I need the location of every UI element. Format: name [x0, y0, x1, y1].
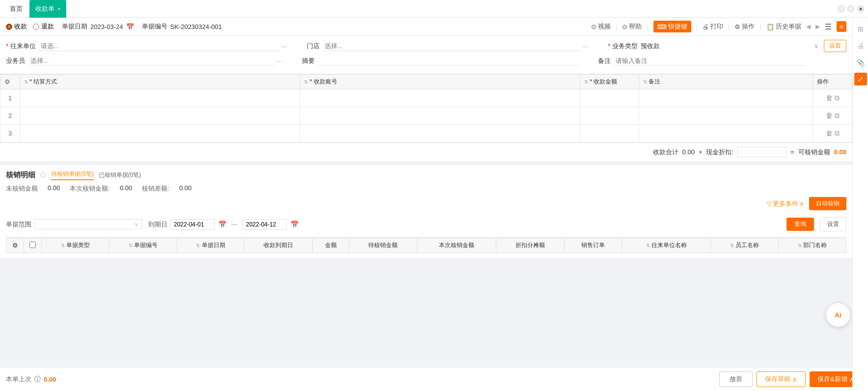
cell-settlement-1[interactable] [20, 89, 300, 107]
bth-date: ⇅ 单据日期 [177, 238, 244, 253]
bottom-gear-icon[interactable]: ⚙ [12, 242, 18, 249]
sort-date: ⇅ [196, 243, 200, 248]
summary-input[interactable] [318, 56, 578, 66]
highlight-icon-btn[interactable]: ≡ [837, 21, 846, 32]
history-icon: 📋 [766, 23, 774, 30]
filter-settings-button[interactable]: 设置 [820, 217, 846, 231]
radio-collect[interactable]: 收款 [6, 22, 27, 31]
store-dots-btn[interactable]: ··· [583, 42, 589, 50]
gear-icon[interactable]: ⚙ [4, 78, 10, 85]
verify-info-icon[interactable]: ⓘ [40, 171, 46, 179]
shortcut-link[interactable]: ⌨ 快捷键 [653, 21, 691, 32]
sort-dept: ⇅ [798, 243, 802, 248]
salesperson-dots-btn[interactable]: ··· [276, 57, 282, 65]
cell-account-2[interactable] [300, 107, 580, 125]
print-link[interactable]: 🖨 打印 [703, 22, 723, 31]
th-remark: ⇅ 备注 [639, 75, 813, 89]
cell-amount-2[interactable] [580, 107, 639, 125]
bth-amount: 金额 [313, 238, 349, 253]
close-tab-icon[interactable]: × [57, 0, 60, 18]
equals-label: = [790, 148, 794, 156]
total-label: 收款合计 [653, 148, 678, 157]
filter-icon: ▽ [767, 200, 772, 207]
from-calendar-icon[interactable]: 📅 [218, 221, 226, 228]
filter-row: 单据范围 ∨ 到期日 📅 — 📅 查询 设置 [6, 214, 846, 234]
cell-account-1[interactable] [300, 89, 580, 107]
minimize-button[interactable] [838, 5, 844, 12]
bth-current: 本次核销金额 [417, 238, 496, 253]
sidebar-print-icon[interactable]: 🖨 [854, 39, 867, 52]
settings-button[interactable]: 设置 [824, 40, 846, 52]
counterparty-dots-btn[interactable]: ··· [281, 42, 287, 50]
maximize-button[interactable] [847, 5, 854, 12]
next-icon[interactable]: ▶ [815, 23, 820, 30]
to-calendar-icon[interactable]: 📅 [291, 221, 298, 228]
remark-input[interactable] [614, 56, 805, 66]
pending-tab[interactable]: 待核销单据(0笔) [51, 170, 94, 180]
select-all-checkbox[interactable] [29, 242, 36, 248]
prev-icon[interactable]: ◀ [806, 23, 811, 30]
cell-amount-1[interactable] [580, 89, 639, 107]
cell-remark-2[interactable] [639, 107, 813, 125]
last-order-icon[interactable]: ⓘ [34, 375, 41, 384]
counterparty-label: 往来单位 [6, 42, 36, 51]
abandon-button[interactable]: 放弃 [719, 371, 753, 387]
unverified-label: 未核销金额 [6, 184, 38, 193]
form-section: 往来单位 ··· 门店 ··· 业务类型 预收款 ∨ 设置 业务员 ··· [0, 36, 852, 74]
history-link[interactable]: 📋 历史单据 [766, 22, 801, 31]
cell-amount-3[interactable] [580, 125, 639, 142]
list-icon[interactable]: ☰ [825, 22, 832, 31]
radio-refund[interactable]: 退款 [33, 22, 54, 31]
save-draft-button[interactable]: 保存草稿 ∧ [757, 371, 806, 387]
query-button[interactable]: 查询 [787, 218, 814, 231]
store-input[interactable] [323, 41, 580, 51]
copy-row-2-btn[interactable]: ⧉ [835, 112, 840, 120]
verify-header: 核销明细 ⓘ 待核销单据(0笔) 已核销单据(0笔) [6, 170, 846, 180]
shortcut-icon: ⌨ [657, 23, 667, 30]
sidebar-clip-icon[interactable]: 📎 [854, 56, 867, 69]
current-label: 本次核销金额: [70, 184, 110, 193]
cell-settlement-3[interactable] [20, 125, 300, 142]
delete-row-3-btn[interactable]: 🗑 [826, 129, 833, 138]
th-amount: ⇅ * 收款金额 [580, 75, 639, 89]
due-date-to-input[interactable] [243, 219, 287, 230]
can-verify-value: 0.00 [834, 148, 846, 156]
nav-tab-home[interactable]: 首页 [4, 0, 28, 18]
toolbar-actions: ⊙ 视频 | ⊙ 帮助 | ⌨ 快捷键 | 🖨 打印 | ⚙ 操作 | 📋 历史… [591, 21, 846, 32]
th-operate: 操作 [813, 75, 852, 89]
cell-settlement-2[interactable] [20, 107, 300, 125]
close-window-button[interactable]: ✕ [857, 5, 864, 12]
more-conditions-link[interactable]: ▽ 更多条件 ∧ [767, 199, 804, 208]
cell-remark-1[interactable] [639, 89, 813, 107]
calendar-icon[interactable]: 📅 [126, 23, 134, 30]
counterparty-field: 往来单位 ··· [6, 41, 287, 51]
video-link[interactable]: ⊙ 视频 [591, 22, 611, 31]
cell-remark-3[interactable] [639, 125, 813, 142]
copy-row-1-btn[interactable]: ⧉ [835, 94, 840, 102]
sidebar-table-icon[interactable]: ⊞ [854, 23, 867, 35]
sidebar-expand-icon[interactable]: ⤢ [854, 73, 867, 85]
delete-row-1-btn[interactable]: 🗑 [826, 94, 833, 102]
copy-row-3-btn[interactable]: ⧉ [835, 129, 840, 138]
nav-tab-receipt[interactable]: 收款单 × [29, 0, 66, 18]
footer-buttons: 放弃 保存草稿 ∧ 保存&新增 ∧ [719, 371, 862, 387]
bth-pending: 待核销金额 [349, 238, 417, 253]
discount-input[interactable] [737, 147, 787, 157]
cell-account-3[interactable] [300, 125, 580, 142]
counterparty-input[interactable] [39, 41, 280, 51]
th-settlement: ⇅ * 结算方式 [20, 75, 300, 89]
auto-verify-button[interactable]: 自动核销 [809, 197, 846, 210]
date-field-group: 单据日期 2023-03-24 📅 [62, 22, 134, 31]
salesperson-input[interactable] [28, 56, 274, 66]
sort-icon-account: ⇅ [304, 79, 308, 84]
range-select[interactable]: ∨ [34, 219, 142, 229]
business-type-arrow[interactable]: ∨ [814, 42, 819, 50]
verify-stats: 未核销金额 0.00 本次核销金额: 0.00 核销差额: 0.00 [6, 184, 846, 193]
operate-link[interactable]: ⚙ 操作 [734, 22, 755, 31]
delete-row-2-btn[interactable]: 🗑 [826, 112, 833, 120]
due-date-from-input[interactable] [170, 219, 215, 230]
ai-assistant-button[interactable]: Ai [826, 303, 850, 327]
bth-counterparty: ⇅ 往来单位名称 [622, 238, 711, 253]
done-tab[interactable]: 已核销单据(0笔) [99, 171, 141, 179]
help-link[interactable]: ⊙ 帮助 [622, 22, 642, 31]
